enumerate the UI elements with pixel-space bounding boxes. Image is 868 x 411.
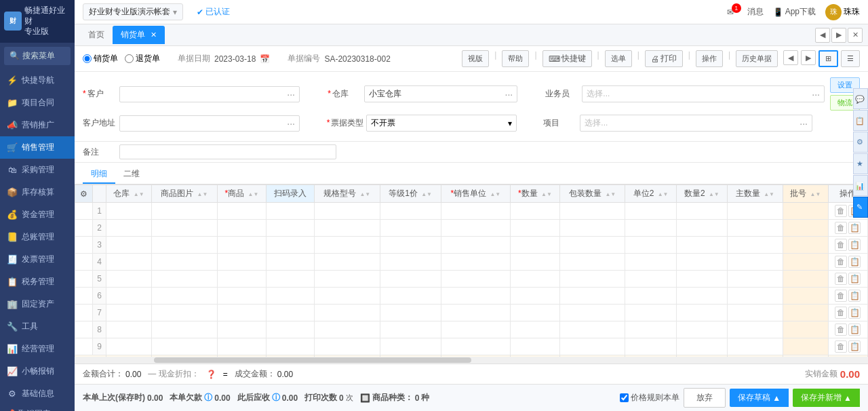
sidebar-item-reports[interactable]: 📈 小畅报销 — [0, 360, 75, 383]
row-copy-btn[interactable]: 📋 — [848, 324, 861, 336]
search-menu-button[interactable]: 🔍 搜索菜单 — [4, 47, 71, 65]
sidebar-item-accounts[interactable]: 📒 总账管理 — [0, 226, 75, 248]
sidebar-item-purchase[interactable]: 🛍 采购管理 — [0, 159, 75, 181]
view-button[interactable]: 视版 — [462, 50, 489, 67]
col-sales-unit[interactable]: *销售单位 ▲▼ — [441, 185, 510, 203]
row-copy-btn[interactable]: 📋 — [848, 239, 861, 251]
horizontal-scrollbar[interactable] — [75, 357, 868, 364]
sidebar-item-quick-nav[interactable]: ⚡ 快捷导航 — [0, 69, 75, 92]
col-warehouse[interactable]: 仓库 ▲▼ — [106, 185, 152, 203]
row-copy-btn[interactable]: 📋 — [848, 307, 861, 319]
salesperson-input[interactable]: 选择... ··· — [582, 85, 825, 102]
row-delete-btn[interactable]: 🗑 — [835, 290, 847, 302]
col-spec[interactable]: 规格型号 ▲▼ — [314, 185, 380, 203]
history-button[interactable]: 历史单据 — [736, 50, 778, 67]
price-rule-checkbox[interactable]: 价格规则本单 — [620, 392, 679, 404]
col-price[interactable]: 等级1价 ▲▼ — [380, 185, 441, 203]
float-clipboard-button[interactable]: 📋 — [853, 110, 868, 131]
abandon-button[interactable]: 放弃 — [684, 388, 726, 408]
project-dots-icon[interactable]: ··· — [800, 118, 808, 129]
row-delete-btn[interactable]: 🗑 — [835, 307, 847, 319]
sidebar-item-tools[interactable]: 🔧 工具 — [0, 315, 75, 338]
tab-detail[interactable]: 明细 — [83, 165, 115, 184]
float-edit-button[interactable]: ✎ — [853, 197, 868, 218]
message-button[interactable]: ✉ 1 消息 — [727, 6, 764, 18]
warehouse-dots-icon[interactable]: ··· — [505, 89, 513, 100]
col-barcode[interactable]: 扫码录入 — [267, 185, 314, 203]
float-settings-button[interactable]: ⚙ — [853, 132, 868, 153]
sidebar-item-sales[interactable]: 🛒 销售管理 — [0, 136, 75, 159]
row-delete-btn[interactable]: 🗑 — [835, 256, 847, 268]
float-chat-button[interactable]: 💬 — [853, 88, 868, 109]
shortcut-button[interactable]: ⌨ 快捷键 — [542, 50, 592, 67]
sidebar-item-basic[interactable]: ⚙ 基础信息 — [0, 383, 75, 405]
col-product-img[interactable]: 商品图片 ▲▼ — [151, 185, 217, 203]
warehouse-input[interactable]: 小宝仓库 ··· — [364, 85, 517, 102]
select-button[interactable]: 选单 — [605, 50, 632, 67]
sidebar-item-operations[interactable]: 📊 经营管理 — [0, 338, 75, 360]
grid-view-button[interactable]: ⊞ — [818, 50, 838, 67]
invoice-select[interactable]: 不开票 ▾ — [366, 115, 516, 132]
sidebar-item-cancel-pin[interactable]: 📌 取消固定 — [0, 405, 75, 411]
calendar-icon[interactable]: 📅 — [260, 54, 270, 64]
row-delete-btn[interactable]: 🗑 — [835, 324, 847, 336]
row-delete-btn[interactable]: 🗑 — [835, 273, 847, 285]
operation-button[interactable]: 操作 — [696, 50, 723, 67]
company-selector[interactable]: 好业财专业版演示帐套 ▾ — [83, 3, 183, 20]
col-qty2[interactable]: 数量2 ▲▼ — [676, 185, 727, 203]
remarks-input[interactable] — [119, 144, 336, 159]
sidebar-item-funds[interactable]: 💰 资金管理 — [0, 203, 75, 226]
tab-home[interactable]: 首页 — [80, 26, 113, 44]
row-delete-btn[interactable]: 🗑 — [835, 205, 847, 217]
sidebar-item-marketing[interactable]: 📣 营销推广 — [0, 114, 75, 136]
tab-twodim[interactable]: 二维 — [115, 165, 148, 184]
col-pack-qty[interactable]: 包装数量 ▲▼ — [559, 185, 625, 203]
col-batch[interactable]: 批号 ▲▼ — [783, 185, 828, 203]
prev-record-button[interactable]: ◀ — [783, 50, 798, 65]
list-view-button[interactable]: ☰ — [841, 50, 860, 67]
help-debt-icon[interactable]: ⓘ — [204, 392, 212, 404]
radio-return-order[interactable]: 退货单 — [125, 53, 160, 64]
user-menu[interactable]: 珠 珠珠 — [825, 4, 860, 20]
sidebar-item-fixed-assets[interactable]: 🏢 固定资产 — [0, 293, 75, 315]
row-delete-btn[interactable]: 🗑 — [835, 222, 847, 234]
tab-sales-order[interactable]: 销货单 ✕ — [113, 26, 165, 44]
col-product[interactable]: *商品 ▲▼ — [217, 185, 267, 203]
sidebar-item-inventory[interactable]: 📦 库存核算 — [0, 181, 75, 203]
save-draft-button[interactable]: 保存草稿 ▲ — [730, 389, 789, 407]
project-input[interactable]: 选择... ··· — [580, 115, 812, 132]
print-button[interactable]: 🖨 打印 — [645, 50, 683, 67]
row-copy-btn[interactable]: 📋 — [848, 222, 861, 234]
help-button[interactable]: 帮助 — [502, 50, 529, 67]
row-delete-btn[interactable]: 🗑 — [835, 340, 847, 353]
float-star-button[interactable]: ★ — [853, 153, 868, 174]
customer-input[interactable]: ··· — [119, 86, 300, 102]
row-copy-btn[interactable]: 📋 — [848, 290, 861, 302]
tab-next-button[interactable]: ▶ — [831, 28, 846, 43]
col-quantity[interactable]: *数量 ▲▼ — [511, 185, 560, 203]
col-unit2[interactable]: 单位2 ▲▼ — [625, 185, 676, 203]
app-download-button[interactable]: 📱 App下载 — [773, 6, 816, 18]
sidebar-item-invoice[interactable]: 🧾 发票管理 — [0, 248, 75, 271]
tab-close-icon[interactable]: ✕ — [151, 31, 157, 39]
tab-close-button[interactable]: ✕ — [848, 28, 863, 43]
float-chart-button[interactable]: 📊 — [853, 175, 868, 196]
col-settings[interactable]: ⚙ — [75, 185, 93, 203]
address-dots-icon[interactable]: ··· — [287, 118, 295, 129]
customer-dots-icon[interactable]: ··· — [287, 89, 295, 100]
row-delete-btn[interactable]: 🗑 — [835, 239, 847, 251]
next-record-button[interactable]: ▶ — [801, 50, 816, 65]
row-copy-btn[interactable]: 📋 — [848, 273, 861, 285]
radio-sales-order[interactable]: 销货单 — [83, 53, 118, 64]
help-recv-icon[interactable]: ⓘ — [272, 392, 280, 404]
sidebar-item-tax[interactable]: 📋 税务管理 — [0, 271, 75, 293]
salesperson-dots-icon[interactable]: ··· — [812, 89, 820, 100]
save-new-button[interactable]: 保存并新增 ▲ — [793, 389, 860, 407]
tab-prev-button[interactable]: ◀ — [815, 28, 830, 43]
col-main-qty[interactable]: 主数量 ▲▼ — [727, 185, 783, 203]
help-icon[interactable]: ❓ — [206, 370, 216, 379]
row-copy-btn[interactable]: 📋 — [848, 340, 861, 353]
sidebar-item-project[interactable]: 📁 项目合同 — [0, 92, 75, 114]
address-input[interactable]: ··· — [119, 115, 300, 132]
row-copy-btn[interactable]: 📋 — [848, 256, 861, 268]
